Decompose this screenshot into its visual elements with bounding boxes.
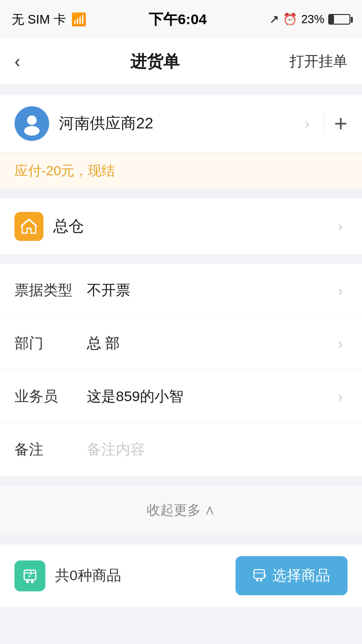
svg-point-13 [260, 579, 263, 581]
department-row[interactable]: 部门 总 部 › [0, 317, 362, 370]
remark-label: 备注 [14, 440, 87, 460]
status-right: ↗ ⏰ 23% [269, 13, 350, 26]
cart-icon: + [21, 567, 39, 585]
supplier-divider [324, 112, 324, 136]
bottom-bar: + 共0种商品 选择商品 [0, 545, 362, 607]
svg-point-0 [27, 115, 37, 125]
page-title: 进货单 [130, 51, 180, 73]
svg-point-12 [256, 579, 259, 581]
battery-icon [328, 14, 350, 25]
status-left: 无 SIM 卡 📶 [12, 11, 86, 28]
house-icon [20, 218, 38, 235]
carrier-label: 无 SIM 卡 [12, 11, 66, 28]
select-product-button[interactable]: 选择商品 [236, 556, 348, 595]
open-pending-button[interactable]: 打开挂单 [290, 52, 348, 71]
form-section: 票据类型 不开票 › 部门 总 部 › 业务员 这是859的小智 › 备注 备注… [0, 264, 362, 476]
person-icon [20, 112, 44, 136]
wifi-icon: 📶 [71, 12, 86, 27]
product-count-group: + 共0种商品 [14, 560, 121, 591]
invoice-type-value: 不开票 [87, 280, 338, 300]
status-bar: 无 SIM 卡 📶 下午6:04 ↗ ⏰ 23% [0, 0, 362, 39]
notice-bar: 应付-20元，现结 [0, 153, 362, 189]
svg-text:+: + [28, 574, 31, 579]
sales-rep-chevron-icon: › [338, 389, 343, 405]
time-label: 下午6:04 [149, 10, 207, 29]
invoice-type-label: 票据类型 [14, 280, 87, 300]
svg-point-6 [31, 580, 34, 583]
supplier-avatar [14, 106, 49, 141]
product-count-icon: + [14, 560, 45, 591]
sales-rep-value: 这是859的小智 [87, 387, 338, 406]
sales-rep-label: 业务员 [14, 387, 87, 406]
invoice-type-chevron-icon: › [338, 282, 343, 299]
collapse-row[interactable]: 收起更多 ∧ [0, 486, 362, 535]
product-count-label: 共0种商品 [55, 566, 121, 586]
notice-text: 应付-20元，现结 [14, 163, 115, 178]
remark-placeholder: 备注内容 [87, 440, 348, 460]
svg-point-1 [24, 126, 40, 136]
alarm-icon: ⏰ [283, 13, 297, 26]
svg-marker-2 [22, 220, 36, 233]
back-button[interactable]: ‹ [14, 52, 20, 72]
supplier-row[interactable]: 河南供应商22 › + [0, 95, 362, 153]
department-label: 部门 [14, 334, 87, 353]
warehouse-icon [14, 212, 43, 241]
warehouse-row[interactable]: 总仓 › [0, 198, 362, 254]
sales-rep-row[interactable]: 业务员 这是859的小智 › [0, 370, 362, 423]
battery-percent: 23% [301, 13, 324, 26]
back-icon: ‹ [14, 52, 20, 71]
invoice-type-row[interactable]: 票据类型 不开票 › [0, 264, 362, 317]
supplier-card: 河南供应商22 › + 应付-20元，现结 [0, 95, 362, 189]
section-divider-1 [0, 85, 362, 95]
supplier-chevron-icon: › [305, 115, 309, 132]
department-chevron-icon: › [338, 336, 343, 352]
warehouse-chevron-icon: › [338, 218, 343, 235]
supplier-name: 河南供应商22 [59, 113, 305, 134]
select-product-icon [253, 569, 267, 583]
select-product-label: 选择商品 [272, 566, 330, 586]
department-value: 总 部 [87, 334, 338, 353]
collapse-label: 收起更多 ∧ [147, 501, 216, 519]
svg-rect-10 [254, 570, 265, 578]
svg-point-5 [26, 580, 29, 583]
add-supplier-button[interactable]: + [334, 112, 348, 135]
remark-row[interactable]: 备注 备注内容 [0, 423, 362, 476]
location-icon: ↗ [269, 13, 279, 26]
nav-bar: ‹ 进货单 打开挂单 [0, 39, 362, 85]
warehouse-label: 总仓 [53, 216, 338, 237]
